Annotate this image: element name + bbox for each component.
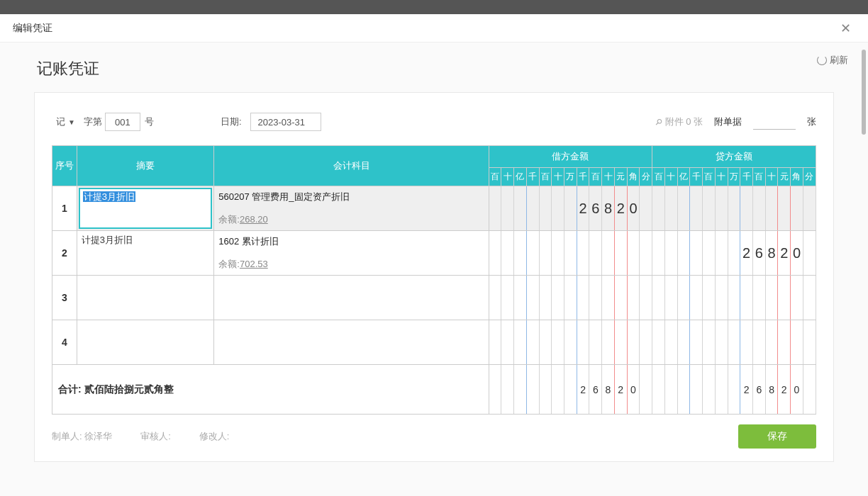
digit-cell[interactable] <box>539 231 552 276</box>
digit-cell[interactable] <box>614 276 627 320</box>
digit-cell[interactable] <box>552 276 564 320</box>
digit-cell[interactable] <box>589 276 602 320</box>
digit-cell[interactable] <box>690 186 703 231</box>
digit-cell[interactable] <box>664 231 677 276</box>
digit-cell[interactable] <box>778 320 791 365</box>
digit-cell[interactable] <box>690 276 703 320</box>
digit-cell[interactable] <box>489 276 501 320</box>
digit-cell[interactable] <box>703 320 716 365</box>
digit-cell[interactable] <box>703 276 716 320</box>
digit-cell[interactable] <box>501 276 514 320</box>
digit-cell[interactable] <box>778 186 791 231</box>
attachment-link[interactable]: ⚲ 附件 0 张 <box>656 115 703 128</box>
table-row[interactable]: 3 <box>52 276 816 320</box>
digit-cell[interactable] <box>791 320 803 365</box>
save-button[interactable]: 保存 <box>738 424 816 449</box>
digit-cell[interactable] <box>627 231 640 276</box>
digit-cell[interactable] <box>652 320 665 365</box>
account-cell[interactable] <box>214 320 489 365</box>
digit-cell[interactable] <box>539 276 552 320</box>
digit-cell[interactable] <box>577 320 589 365</box>
digit-cell[interactable] <box>664 276 677 320</box>
digit-cell[interactable] <box>602 320 615 365</box>
digit-cell[interactable] <box>765 320 778 365</box>
digit-cell[interactable] <box>589 231 602 276</box>
digit-cell[interactable] <box>677 320 690 365</box>
digit-cell[interactable] <box>715 231 728 276</box>
digit-cell[interactable]: 2 <box>614 186 627 231</box>
digit-cell[interactable]: 2 <box>740 231 753 276</box>
digit-cell[interactable] <box>514 186 527 231</box>
digit-cell[interactable] <box>677 231 690 276</box>
digit-cell[interactable]: 6 <box>589 186 602 231</box>
refresh-button[interactable]: 刷新 <box>817 54 848 67</box>
digit-cell[interactable]: 0 <box>627 186 640 231</box>
digit-cell[interactable] <box>791 186 803 231</box>
digit-cell[interactable] <box>526 320 539 365</box>
digit-cell[interactable] <box>664 320 677 365</box>
digit-cell[interactable] <box>514 276 527 320</box>
digit-cell[interactable] <box>514 231 527 276</box>
account-cell[interactable]: 1602 累计折旧余额:702.53 <box>214 231 489 276</box>
digit-cell[interactable] <box>564 186 577 231</box>
digit-cell[interactable] <box>501 186 514 231</box>
voucher-type-select[interactable]: 记 ▼ <box>52 113 79 131</box>
digit-cell[interactable] <box>501 320 514 365</box>
digit-cell[interactable] <box>728 186 740 231</box>
digit-cell[interactable] <box>803 231 816 276</box>
digit-cell[interactable] <box>627 276 640 320</box>
digit-cell[interactable] <box>514 320 527 365</box>
digit-cell[interactable]: 8 <box>765 231 778 276</box>
digit-cell[interactable] <box>489 231 501 276</box>
digit-cell[interactable] <box>640 320 652 365</box>
table-row[interactable]: 2计提3月折旧1602 累计折旧余额:702.5326820 <box>52 231 816 276</box>
digit-cell[interactable] <box>652 276 665 320</box>
summary-cell[interactable]: 计提3月折旧 <box>77 186 214 231</box>
digit-cell[interactable] <box>728 231 740 276</box>
digit-cell[interactable] <box>552 320 564 365</box>
digit-cell[interactable] <box>715 320 728 365</box>
date-input[interactable]: 2023-03-31 <box>250 113 321 131</box>
digit-cell[interactable] <box>652 186 665 231</box>
voucher-number-input[interactable]: 001 <box>105 113 140 131</box>
digit-cell[interactable] <box>652 231 665 276</box>
digit-cell[interactable] <box>803 320 816 365</box>
digit-cell[interactable] <box>627 320 640 365</box>
summary-cell[interactable] <box>77 320 214 365</box>
digit-cell[interactable] <box>564 231 577 276</box>
digit-cell[interactable] <box>728 276 740 320</box>
digit-cell[interactable] <box>740 276 753 320</box>
digit-cell[interactable]: 0 <box>791 231 803 276</box>
digit-cell[interactable] <box>564 320 577 365</box>
digit-cell[interactable] <box>715 276 728 320</box>
digit-cell[interactable] <box>677 186 690 231</box>
digit-cell[interactable] <box>539 320 552 365</box>
digit-cell[interactable] <box>728 320 740 365</box>
table-row[interactable]: 4 <box>52 320 816 365</box>
digit-cell[interactable] <box>803 186 816 231</box>
digit-cell[interactable] <box>577 231 589 276</box>
digit-cell[interactable] <box>602 231 615 276</box>
digit-cell[interactable] <box>539 186 552 231</box>
summary-cell[interactable] <box>77 276 214 320</box>
digit-cell[interactable] <box>552 186 564 231</box>
digit-cell[interactable] <box>740 320 753 365</box>
digit-cell[interactable] <box>791 276 803 320</box>
digit-cell[interactable] <box>740 186 753 231</box>
digit-cell[interactable] <box>640 231 652 276</box>
digit-cell[interactable] <box>614 320 627 365</box>
digit-cell[interactable] <box>765 186 778 231</box>
digit-cell[interactable]: 2 <box>577 186 589 231</box>
digit-cell[interactable] <box>752 186 765 231</box>
digit-cell[interactable] <box>614 231 627 276</box>
digit-cell[interactable] <box>640 186 652 231</box>
digit-cell[interactable] <box>803 276 816 320</box>
digit-cell[interactable] <box>677 276 690 320</box>
digit-cell[interactable] <box>526 186 539 231</box>
fudan-input[interactable] <box>753 114 796 130</box>
digit-cell[interactable] <box>765 276 778 320</box>
digit-cell[interactable]: 8 <box>602 186 615 231</box>
digit-cell[interactable] <box>489 186 501 231</box>
digit-cell[interactable] <box>703 186 716 231</box>
digit-cell[interactable] <box>703 231 716 276</box>
